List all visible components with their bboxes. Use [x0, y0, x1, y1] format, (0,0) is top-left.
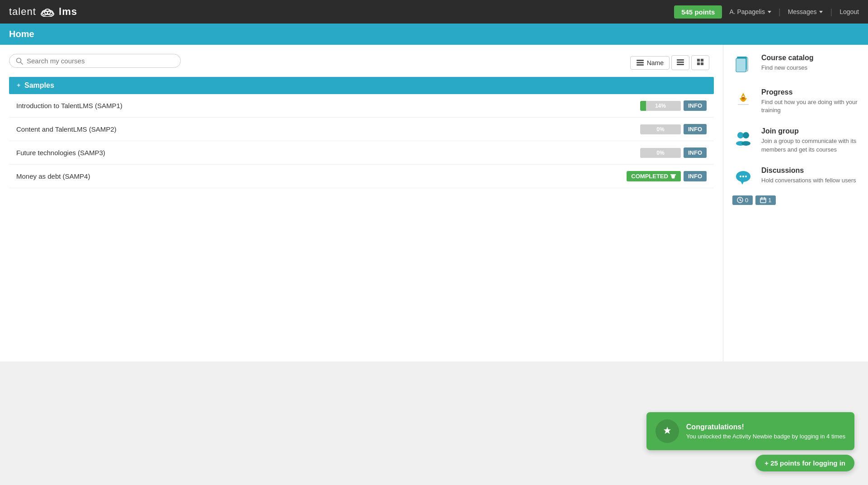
sidebar-discussions-desc: Hold conversations with fellow users — [761, 176, 856, 185]
brand-logo[interactable]: talent lms — [9, 6, 77, 18]
course-name: Future technologies (SAMP3) — [16, 149, 105, 157]
svg-line-36 — [740, 200, 741, 201]
sidebar-item-progress[interactable]: Progress Find out how you are doing with… — [732, 88, 859, 114]
course-actions: COMPLETED INFO — [627, 171, 707, 181]
progress-icon — [732, 88, 754, 110]
sidebar-discussions-title: Discussions — [761, 166, 856, 175]
right-sidebar: Course catalog Find new courses Progress… — [723, 45, 868, 361]
course-actions: 0% INFO — [640, 124, 707, 134]
points-badge[interactable]: 545 points — [674, 5, 722, 19]
svg-line-5 — [21, 62, 23, 64]
home-header: Home — [0, 24, 868, 45]
svg-rect-15 — [701, 62, 703, 65]
user-name: A. Papagelis — [729, 8, 765, 15]
discussions-clock-value: 0 — [745, 197, 748, 204]
completed-badge: COMPLETED — [627, 171, 681, 181]
search-bar[interactable] — [9, 54, 181, 68]
svg-point-31 — [740, 176, 741, 177]
svg-point-24 — [741, 97, 745, 100]
info-button[interactable]: INFO — [684, 124, 707, 134]
navbar: talent lms 545 points A. Papagelis | Mes… — [0, 0, 868, 24]
svg-point-26 — [743, 132, 749, 138]
discussions-icon — [732, 166, 754, 188]
logout-link[interactable]: Logout — [840, 8, 859, 15]
info-button[interactable]: INFO — [684, 100, 707, 111]
view-grid-button[interactable] — [691, 55, 709, 70]
svg-rect-9 — [677, 59, 684, 61]
info-button[interactable]: INFO — [684, 171, 707, 181]
progress-text: Progress Find out how you are doing with… — [761, 88, 859, 114]
user-menu[interactable]: A. Papagelis — [729, 8, 771, 15]
svg-point-25 — [737, 132, 744, 138]
search-input[interactable] — [27, 57, 174, 65]
progress-bar: 0% — [640, 124, 681, 134]
course-actions: 0% INFO — [640, 147, 707, 158]
clock-icon — [737, 197, 743, 203]
svg-rect-7 — [637, 62, 644, 63]
group-header-samples: ✦ Samples — [9, 77, 714, 94]
view-controls: Name — [630, 55, 709, 70]
course-actions: 14% INFO — [640, 100, 707, 111]
svg-rect-16 — [672, 177, 674, 178]
navbar-right: 545 points A. Papagelis | Messages | Log… — [674, 5, 859, 19]
sidebar-catalog-title: Course catalog — [761, 54, 814, 62]
layers-icon — [636, 59, 644, 67]
table-row[interactable]: Introduction to TalentLMS (SAMP1) 14% IN… — [9, 94, 714, 118]
table-row[interactable]: Money as debt (SAMP4) COMPLETED INFO — [9, 165, 714, 188]
top-controls: Name — [9, 54, 714, 77]
progress-bar: 0% — [640, 148, 681, 158]
group-name: Samples — [24, 81, 54, 90]
calendar-icon — [760, 197, 766, 203]
view-name-label: Name — [647, 59, 664, 67]
course-name: Introduction to TalentLMS (SAMP1) — [16, 102, 123, 109]
discussions-clock-badge[interactable]: 0 — [732, 195, 753, 205]
course-catalog-text: Course catalog Find new courses — [761, 54, 814, 72]
nav-divider2: | — [830, 7, 832, 17]
sidebar-item-join-group[interactable]: Join group Join a group to communicate w… — [732, 127, 859, 153]
svg-marker-30 — [741, 181, 744, 185]
sidebar-joingroup-title: Join group — [761, 127, 859, 135]
discussions-text: Discussions Hold conversations with fell… — [761, 166, 856, 185]
svg-rect-13 — [701, 59, 703, 62]
course-name: Content and TalentLMS (SAMP2) — [16, 125, 117, 133]
svg-rect-11 — [677, 64, 684, 65]
brand-name: talent lms — [9, 6, 77, 18]
sidebar-joingroup-desc: Join a group to communicate with its mem… — [761, 137, 859, 153]
user-menu-caret — [768, 11, 771, 13]
trophy-icon — [670, 173, 676, 180]
table-row[interactable]: Content and TalentLMS (SAMP2) 0% INFO — [9, 118, 714, 141]
progress-bar: 14% — [640, 101, 681, 111]
svg-rect-37 — [760, 198, 766, 203]
messages-link[interactable]: Messages — [788, 8, 823, 15]
discussions-calendar-badge[interactable]: 1 — [755, 195, 776, 205]
join-group-icon — [732, 127, 754, 149]
course-name: Money as debt (SAMP4) — [16, 172, 90, 180]
discussions-badges: 0 1 — [732, 195, 776, 205]
sidebar-catalog-desc: Find new courses — [761, 64, 814, 72]
svg-rect-6 — [637, 60, 644, 61]
main-content: Name — [0, 45, 868, 361]
svg-rect-8 — [637, 64, 644, 66]
view-name-button[interactable]: Name — [630, 56, 670, 70]
table-row[interactable]: Future technologies (SAMP3) 0% INFO — [9, 141, 714, 165]
grid-icon — [696, 58, 704, 66]
progress-label: 0% — [640, 126, 681, 133]
search-icon — [16, 57, 23, 65]
view-list-button[interactable] — [671, 55, 689, 70]
progress-label: 14% — [640, 103, 681, 109]
svg-rect-12 — [697, 59, 700, 62]
sidebar-item-discussions[interactable]: Discussions Hold conversations with fell… — [732, 166, 859, 205]
svg-rect-14 — [697, 62, 700, 65]
messages-caret — [819, 11, 823, 13]
course-group-samples: ✦ Samples Introduction to TalentLMS (SAM… — [9, 77, 714, 188]
svg-rect-23 — [736, 58, 746, 72]
drag-handle: ✦ — [16, 82, 21, 89]
sidebar-progress-desc: Find out how you are doing with your tra… — [761, 98, 859, 114]
svg-point-32 — [742, 176, 744, 177]
discussions-calendar-value: 1 — [768, 197, 771, 204]
course-catalog-icon — [732, 54, 754, 76]
sidebar-item-course-catalog[interactable]: Course catalog Find new courses — [732, 54, 859, 76]
svg-point-28 — [741, 141, 750, 146]
logo-cloud-icon — [40, 8, 55, 17]
info-button[interactable]: INFO — [684, 147, 707, 158]
